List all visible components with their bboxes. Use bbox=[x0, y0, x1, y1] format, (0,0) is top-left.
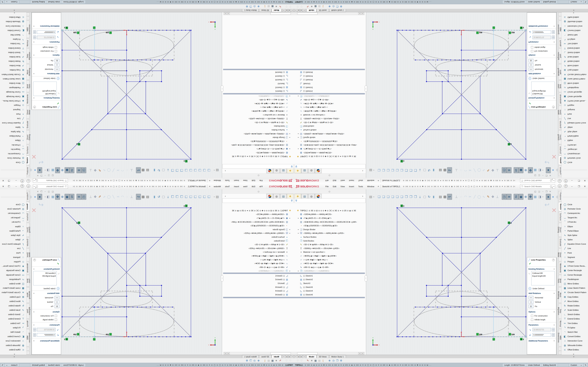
palette-tool[interactable]: ◍Silhouette Entities bbox=[0, 20, 26, 24]
toolbar-button[interactable]: ❏ bbox=[207, 194, 211, 200]
palette-tool[interactable]: └Fit Spline bbox=[562, 325, 588, 330]
toolbar-button[interactable]: ◯ bbox=[477, 194, 481, 200]
document-tab[interactable]: 3D Views bbox=[259, 9, 271, 12]
palette-tool[interactable]: ✂Trim Entities bbox=[0, 42, 26, 46]
palette-tool[interactable]: ƒEquation Driven Curve bbox=[562, 242, 588, 246]
toolbar-button[interactable]: ▮ bbox=[431, 167, 436, 173]
palette-tool[interactable]: ◔Partial Ellipse bbox=[562, 229, 588, 233]
angle-spinner[interactable]: ▴▾ bbox=[552, 30, 555, 34]
command-tab[interactable]: : bbox=[558, 347, 562, 350]
palette-tool[interactable]: ◔Partial Ellipse bbox=[0, 134, 26, 138]
sketch-tree-item[interactable]: ◺Sketch3 bbox=[222, 281, 294, 285]
menu-item[interactable]: Tools bbox=[223, 179, 232, 182]
toolbar-button[interactable]: 3D bbox=[507, 194, 511, 200]
tree-item[interactable]: ≡Material < not specified > bbox=[222, 250, 294, 254]
palette-tool[interactable]: ◝Sketch Fillet bbox=[562, 330, 588, 334]
close-button[interactable]: ✕ bbox=[1, 179, 5, 183]
account-icon[interactable]: ☺ bbox=[26, 184, 30, 188]
toolbar-button[interactable]: ▨ bbox=[442, 167, 447, 173]
motion-toolbar-button[interactable]: ▦ bbox=[270, 5, 274, 8]
confirmation-corner-sketch-icon[interactable]: ↩ bbox=[545, 201, 550, 208]
angle-spinner[interactable]: ▴▾ bbox=[33, 333, 36, 337]
toolbar-button[interactable]: ↩ bbox=[447, 194, 452, 200]
palette-tool[interactable]: ◔Partial Ellipse bbox=[0, 229, 26, 233]
toolbar-button[interactable]: ● bbox=[33, 167, 37, 173]
motion-toolbar-button[interactable]: ⊕ bbox=[328, 359, 331, 362]
toolbar-button[interactable]: ● bbox=[33, 194, 37, 200]
tree-item[interactable]: ↳○ИИ∘G∘♟◎○∘○◎♟∘G∘ИИ○ bbox=[222, 265, 294, 269]
panel-splitter-handle[interactable] bbox=[329, 191, 330, 192]
tree-filter-box[interactable]: ∇ bbox=[222, 198, 294, 203]
command-tab[interactable]: Evaluate bbox=[26, 119, 30, 129]
scroll-right-icon[interactable]: ▸ bbox=[361, 12, 364, 15]
toolbar-button[interactable]: 3D bbox=[77, 194, 81, 200]
status-pen-icon[interactable]: ✎ bbox=[583, 0, 588, 4]
toolbar-button[interactable]: ❒ bbox=[170, 194, 175, 200]
tab-nav-button[interactable]: ⇥ bbox=[282, 355, 285, 358]
minimize-button[interactable]: – bbox=[570, 184, 574, 188]
toolbar-button[interactable]: ↻ bbox=[427, 167, 431, 173]
motion-toolbar-button[interactable]: ≡ bbox=[310, 359, 314, 362]
toolbar-button[interactable]: ↻ bbox=[157, 194, 161, 200]
command-tab[interactable]: Data Migration bbox=[558, 304, 562, 319]
document-tab[interactable]: Motion Study 1 bbox=[242, 9, 259, 12]
angle-input[interactable]: 0.00000000° bbox=[37, 30, 55, 34]
child-window-button[interactable]: ❐ bbox=[545, 174, 547, 177]
option-checkbox[interactable]: Infinite length bbox=[33, 45, 60, 49]
tree-item[interactable]: ◒Surface Bodies bbox=[294, 128, 366, 132]
toolbar-button[interactable]: ⊥ bbox=[454, 194, 459, 200]
toolbar-button[interactable]: ❏ bbox=[386, 167, 390, 173]
palette-tool[interactable]: ∩Intersection Curve bbox=[0, 339, 26, 343]
toolbar-button[interactable]: ⊥ bbox=[129, 167, 134, 173]
toolbar-button[interactable]: Ƨ bbox=[514, 194, 519, 200]
tree-item[interactable]: ▸◉○Y♟◎❖Ƨ5∘Є○∘○Є∘Ƨ5❖◎♟Y○ bbox=[222, 147, 294, 151]
tree-item[interactable]: ▸◉○Y♟◎❖Ƨ5∘Є○∘○Є∘Ƨ5❖◎♟Y○ bbox=[222, 216, 294, 220]
sketch-tree-item[interactable]: ◺(-) Sketch5 bbox=[294, 285, 366, 289]
palette-tool[interactable]: ƒEquation Driven Curve bbox=[0, 121, 26, 125]
motion-toolbar-button[interactable]: ◷ bbox=[253, 5, 257, 8]
command-tab[interactable]: Sheet Metal bbox=[26, 106, 30, 119]
ok-check-icon[interactable]: ✔ bbox=[33, 102, 59, 105]
toolbar-button[interactable]: ✂ bbox=[116, 194, 120, 200]
toolbar-button[interactable]: ✥ bbox=[491, 194, 495, 200]
tree-item[interactable]: Σ○Ѕ5ИИ◎∘❖ΑU¤ЗЄ○∘○ЗЄ¤UΑ❖∘◎ИЅ5○ bbox=[294, 246, 366, 250]
command-tab[interactable]: Direct Editing bbox=[558, 223, 562, 237]
palette-tool[interactable]: ◇Polygon bbox=[562, 103, 588, 108]
palette-tool[interactable]: ◡Tangent Arc bbox=[562, 216, 588, 220]
menu-item[interactable]: Window bbox=[365, 185, 376, 188]
tree-item[interactable]: ❖TЯPDL2. ⊙ ЗЄ ⊙ Ш ⊙ ⊙ ⊙ ✚ ⊙ ƆϹ ⊙ ЗЄ ⊙ ✦ … bbox=[222, 154, 294, 158]
palette-tool[interactable]: ▦Linear Sketch Pattern bbox=[0, 286, 26, 290]
toolbar-button[interactable]: ❏ bbox=[377, 194, 381, 200]
command-tab[interactable]: Surfaces bbox=[558, 145, 562, 155]
motion-toolbar-button[interactable]: ◷ bbox=[253, 359, 257, 362]
palette-tool[interactable]: ⊂Offset Entities bbox=[562, 15, 588, 20]
palette-tool[interactable]: ∟Stretch Entities bbox=[0, 50, 26, 55]
command-tab[interactable]: Sketch bbox=[558, 156, 562, 165]
tab-nav-button[interactable]: ◀ bbox=[288, 355, 291, 358]
checkbox[interactable] bbox=[55, 315, 57, 317]
menu-item[interactable]: Insert bbox=[232, 185, 241, 188]
child-window-button[interactable]: ✕ bbox=[549, 174, 551, 177]
command-tab[interactable]: : bbox=[26, 17, 30, 20]
help-icon[interactable]: ? bbox=[552, 106, 555, 108]
tree-item[interactable]: ◔○Ѕ5♟◎Ѕ5ИЗЄЅ5○∘○Ѕ5ЗЄИЅ5◎♟Ѕ5○ bbox=[294, 224, 366, 227]
palette-tool[interactable]: └Fit Spline bbox=[0, 325, 26, 330]
command-tab[interactable]: Markup bbox=[558, 319, 562, 328]
tree-splitter[interactable] bbox=[223, 93, 294, 94]
expand-arrow-icon[interactable]: ▸ bbox=[297, 95, 300, 97]
tree-filter-box[interactable]: ∇ bbox=[222, 164, 294, 169]
toolbar-button[interactable]: ◌ bbox=[125, 194, 129, 200]
command-tab[interactable]: Weldments bbox=[558, 262, 562, 274]
tab-nav-button[interactable]: ▶ bbox=[300, 9, 303, 12]
toolbar-button[interactable]: ▤ bbox=[215, 194, 220, 200]
parameters-header[interactable]: Parameters∧ bbox=[528, 41, 555, 43]
help-icon[interactable]: ? bbox=[33, 106, 36, 108]
palette-tool[interactable]: ◯Circle bbox=[0, 202, 26, 207]
motion-toolbar-button[interactable]: ▦ bbox=[314, 359, 318, 362]
length-spinner[interactable]: ▴▾ bbox=[33, 328, 36, 332]
motion-toolbar-button[interactable]: ❐ bbox=[249, 5, 253, 8]
search-icon[interactable] bbox=[550, 179, 552, 182]
command-tab[interactable]: Weldments bbox=[26, 262, 30, 274]
search-input[interactable] bbox=[38, 179, 64, 182]
palette-tool[interactable]: ∿Spline bbox=[0, 125, 26, 130]
